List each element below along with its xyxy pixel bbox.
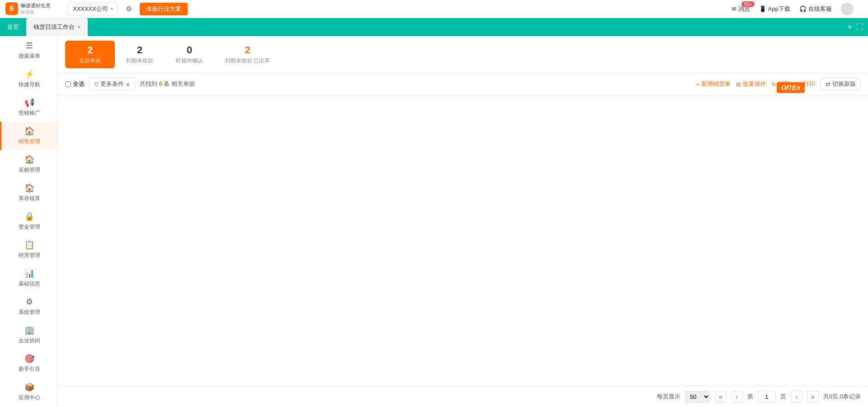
- guide-icon: 🎯: [24, 354, 34, 364]
- add-sales-order-button[interactable]: + 新增销货单: [696, 80, 731, 88]
- sidebar-item-marketing[interactable]: 📢 营销推广: [0, 93, 57, 122]
- page-label: 第: [747, 393, 753, 401]
- first-page-button[interactable]: «: [715, 391, 726, 402]
- stat-card-all[interactable]: 2 全部单据: [65, 41, 115, 68]
- sidebar-item-sales[interactable]: 🏠 销售管理: [0, 122, 57, 150]
- page-suffix: 页: [780, 393, 786, 401]
- sidebar-item-search-menu[interactable]: ☰ 搜索菜单: [0, 36, 57, 65]
- sidebar: ☰ 搜索菜单 ⚡ 快捷导航 📢 营销推广 🏠 销售管理 🏠 采购管理 🏠 库存核…: [0, 36, 58, 407]
- enterprise-icon: 🏢: [24, 325, 34, 335]
- stat-card-shipped[interactable]: 2 到期未收款 已出库: [214, 41, 281, 68]
- sidebar-label-enterprise: 企业协同: [19, 337, 40, 345]
- sidebar-item-app-center[interactable]: 📦 应用中心: [0, 378, 57, 406]
- purchase-icon: 🏠: [24, 154, 34, 164]
- switch-icon: ⇄: [826, 81, 830, 88]
- stat-label-pending: 旺辅待确认: [176, 57, 203, 65]
- quick-nav-icon: ⚡: [24, 69, 34, 79]
- stat-num-shipped: 2: [245, 44, 250, 56]
- avatar[interactable]: [841, 3, 854, 15]
- sidebar-label-finance: 资金管理: [19, 223, 40, 231]
- base-info-icon: 📊: [24, 268, 34, 278]
- add-btn-label: 新增销货单: [701, 80, 731, 88]
- next-page-button[interactable]: ›: [791, 391, 802, 402]
- sidebar-label-purchase: 采购管理: [19, 166, 40, 174]
- batch-label: 批量操作: [743, 80, 766, 88]
- stat-num-pending: 0: [187, 44, 192, 56]
- switch-version-button[interactable]: ⇄ 切换新版: [821, 78, 861, 90]
- sidebar-item-guide[interactable]: 🎯 新手引导: [0, 349, 57, 378]
- select-all-label: 全选: [73, 80, 85, 88]
- message-icon: ✉: [731, 5, 736, 12]
- sidebar-item-finance[interactable]: 🔒 资金管理: [0, 207, 57, 235]
- logo-icon: 6: [5, 2, 18, 15]
- sidebar-label-operation: 经营管理: [19, 252, 40, 259]
- app-download-button[interactable]: 📱 App下载: [759, 5, 790, 13]
- menu-icon: ☰: [26, 41, 33, 51]
- filter-button[interactable]: ▽ 更多条件 ∨: [89, 78, 135, 90]
- stat-card-pending[interactable]: 0 旺辅待确认: [165, 41, 214, 68]
- tab-home[interactable]: 首页: [0, 18, 26, 36]
- page-number-input[interactable]: [758, 391, 776, 402]
- add-icon: +: [696, 81, 699, 88]
- prev-page-button[interactable]: ‹: [731, 391, 743, 402]
- sidebar-label-quick-nav: 快捷导航: [19, 81, 40, 89]
- sidebar-item-purchase[interactable]: 🏠 采购管理: [0, 150, 57, 178]
- select-all-input[interactable]: [65, 81, 71, 87]
- sidebar-item-quick-nav[interactable]: ⚡ 快捷导航: [0, 65, 57, 93]
- sidebar-label-search-menu: 搜索菜单: [19, 52, 40, 60]
- tab-active[interactable]: 钱货日清工作台 ×: [26, 18, 88, 36]
- logo-name: 畅捷通好生意: [21, 2, 51, 9]
- logo-sub: 标准版: [21, 9, 51, 15]
- stat-label-all: 全部单据: [79, 57, 101, 65]
- service-icon: 🎧: [799, 5, 807, 12]
- tab-home-label: 首页: [7, 23, 19, 31]
- print-label: 打印: [803, 80, 815, 88]
- online-service-button[interactable]: 🎧 在线客服: [799, 5, 832, 13]
- experience-btn[interactable]: 体验行业方案: [140, 3, 188, 15]
- main-layout: ☰ 搜索菜单 ⚡ 快捷导航 📢 营销推广 🏠 销售管理 🏠 采购管理 🏠 库存核…: [0, 36, 868, 407]
- sidebar-label-app-center: 应用中心: [19, 394, 40, 402]
- page-size-select[interactable]: 50 100 200: [685, 391, 710, 402]
- sidebar-item-system[interactable]: ⚙ 系统管理: [0, 292, 57, 321]
- company-select[interactable]: XXXXXX公司 ▾: [68, 3, 118, 15]
- tab-bar: 首页 钱货日清工作台 × × ⛶: [0, 18, 868, 36]
- total-records: 共0页,0条记录: [823, 393, 861, 401]
- stats-row: 2 全部单据 2 到期未收款 0 旺辅待确认 2 到期未收款 已出库: [58, 36, 868, 73]
- sidebar-item-enterprise[interactable]: 🏢 企业协同: [0, 321, 57, 349]
- sales-icon: 🏠: [24, 126, 34, 136]
- batch-icon: ⊞: [736, 81, 741, 88]
- tab-bar-close-icon[interactable]: ×: [848, 23, 852, 31]
- tab-close-icon[interactable]: ×: [77, 24, 80, 30]
- stat-label-overdue: 到期未收款: [126, 57, 153, 65]
- marketing-icon: 📢: [24, 98, 34, 108]
- filter-label: 更多条件: [100, 80, 124, 88]
- sidebar-item-base-info[interactable]: 📊 基础信息: [0, 264, 57, 292]
- content-area: 2 全部单据 2 到期未收款 0 旺辅待确认 2 到期未收款 已出库 全选: [58, 36, 868, 407]
- batch-operation-button[interactable]: ⊞ 批量操作: [736, 80, 766, 88]
- found-text: 共找到 0 条 相关单据: [140, 80, 195, 88]
- company-name: XXXXXX公司: [73, 5, 108, 13]
- stat-card-overdue[interactable]: 2 到期未收款: [115, 41, 165, 68]
- filter-arrow-icon: ∨: [126, 81, 130, 88]
- toolbar: 全选 ▽ 更多条件 ∨ 共找到 0 条 相关单据 + 新增销货单 ⊞ 批量操作: [58, 73, 868, 95]
- switch-label: 切换新版: [832, 80, 856, 88]
- stat-num-overdue: 2: [137, 44, 142, 56]
- message-button[interactable]: ✉ 消息 99+: [731, 5, 750, 13]
- sidebar-item-inventory[interactable]: 🏠 库存核算: [0, 178, 57, 207]
- tab-bar-expand-icon[interactable]: ⛶: [856, 23, 863, 31]
- inventory-icon: 🏠: [24, 183, 34, 193]
- system-icon: ⚙: [26, 297, 33, 307]
- refresh-icon: ↻: [772, 81, 777, 88]
- settings-button[interactable]: ⚙: [123, 3, 135, 15]
- last-page-button[interactable]: »: [807, 391, 819, 402]
- sidebar-item-operation[interactable]: 📋 经营管理: [0, 235, 57, 264]
- message-badge: 99+: [741, 1, 755, 7]
- sidebar-label-sales: 销售管理: [19, 138, 40, 145]
- sidebar-label-base-info: 基础信息: [19, 280, 40, 288]
- pagination: 每页显示 50 100 200 « ‹ 第 页 › » 共0页,0条记录: [58, 386, 868, 407]
- top-header: 6 畅捷通好生意 标准版 XXXXXX公司 ▾ ⚙ 体验行业方案 ✉ 消息 99…: [0, 0, 868, 18]
- select-all-checkbox[interactable]: 全选: [65, 80, 85, 88]
- sidebar-label-inventory: 库存核算: [19, 195, 40, 202]
- header-right: ✉ 消息 99+ 📱 App下载 🎧 在线客服: [731, 3, 863, 15]
- sidebar-label-system: 系统管理: [19, 309, 40, 316]
